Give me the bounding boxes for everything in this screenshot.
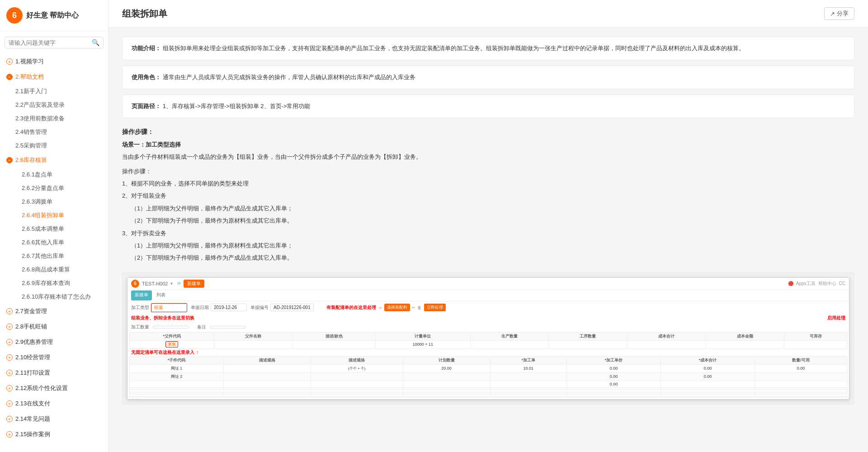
expand-icon: + [6,416,13,422]
sidebar-item-other-in[interactable]: 2.6.6其他入库单 [0,236,108,249]
sidebar-item-custom[interactable]: + 2.12系统个性化设置 [0,381,108,396]
logo-area: 6 好生意 帮助中心 [0,0,108,31]
share-icon: ↗ [830,10,835,17]
page-title: 组装拆卸单 [122,8,167,20]
step2: 2、对于组装业务 [122,190,854,201]
sidebar-item-print[interactable]: + 2.11打印设置 [0,365,108,381]
expand-icon: + [6,354,13,361]
search-icon[interactable]: 🔍 [92,39,99,46]
mock-test-id: TEST-H002 [142,281,168,286]
mock-field-no: 单据编号 AD-20191226-001 [250,304,314,311]
mock-remark-input[interactable] [210,326,246,328]
sidebar-item-video[interactable]: + 1.视频学习 [0,54,108,69]
sidebar-item-cost-adj[interactable]: 2.6.5成本调整单 [0,222,108,236]
mock-edit-icon: ✏ [412,305,415,310]
mock-help-icon: 帮助中心 [818,281,836,287]
sidebar-item-inventory-ledger[interactable]: 2.6.9库存账本查询 [0,276,108,290]
mock-tab-new[interactable]: 新建单 [131,290,152,300]
mock-no-input[interactable]: AD-20191226-001 [270,304,314,311]
step1: 1、根据不同的业务，选择不同单据的类型来处理 [122,178,854,189]
sidebar-item-purchase[interactable]: 2.5采购管理 [0,139,108,152]
mock-select-btn[interactable]: 选择装配料 [384,304,410,311]
main-content: 功能介绍： 组装拆卸单用来处理企业组装或拆卸等加工业务，支持有固定装配清单的产品… [108,28,868,452]
collapse-icon: − [6,74,13,80]
mock-sub-td-c4: 20.00 [403,364,490,372]
sidebar-item-faq[interactable]: + 2.14常见问题 [0,411,108,427]
mock-td-code: 来来 [130,340,214,348]
annotation4-area: 无固定清单可在这格在这里录入 ↑ [127,349,849,356]
step3-1: （1）上部明细为父件明细，最终作为原材料生成其它出库单； [122,240,854,251]
sidebar-item-install[interactable]: 2.2产品安装及登录 [0,98,108,112]
mock-td-qty [470,340,549,348]
sidebar-item-inventory-error[interactable]: 2.6.10库存账本错了怎么办 [0,290,108,304]
sidebar-item-finance[interactable]: + 2.7资金管理 [0,304,108,319]
mock-td-desc [292,340,375,348]
mock-tab-list[interactable]: 列表 [152,290,170,301]
mock-date-input[interactable]: 2019-12-26 [211,304,247,311]
sidebar-item-label: 2.9优惠券管理 [15,338,53,346]
sidebar-item-operations[interactable]: + 2.10经营管理 [0,350,108,365]
mock-td-stock [784,340,847,348]
sidebar-item-docs[interactable]: − 2.帮助文档 [0,69,108,85]
mock-tabs: 新建单 列表 [127,290,849,301]
sidebar-item-label: 2.13在线支付 [15,400,50,408]
sidebar-item-other-out[interactable]: 2.6.7其他出库单 [0,249,108,263]
mock-th-cost: 成本合计 [627,332,706,340]
search-box[interactable]: 🔍 [5,37,104,48]
mock-sub-th-5: *加工单 [490,356,566,364]
mock-field-type: 加工类型 组装 [131,303,187,312]
mock-form-row: 加工类型 组装 单据日期 2019-12-26 单据编号 AD-20191226… [127,301,849,314]
mock-new-order-btn[interactable]: 新建单 [184,280,204,288]
sidebar-item-payment[interactable]: + 2.13在线支付 [0,396,108,411]
scene1-title: 场景一：加工类型选择 [122,141,854,149]
path-block: 页面路径： 1、库存核算->库存管理->组装拆卸单 2、首页->常用功能 [122,95,854,118]
mock-footer-total-label: 合计 [131,398,139,400]
mock-sub-th-6: *加工单价 [567,356,661,364]
annotation2-text: 组装业务、拆卸业务在这里切换 [131,315,194,321]
mock-type-input[interactable]: 组装 [151,303,187,312]
path-text: 1、库存核算->库存管理->组装拆卸单 2、首页->常用功能 [163,103,311,109]
mock-td-amount [706,340,784,348]
search-input[interactable] [9,39,92,46]
step2-1: （1）上部明细为父件明细，最终作为产成品生成其它入库单； [122,203,854,214]
sidebar-item-mobile[interactable]: + 2.8手机旺铺 [0,319,108,334]
mock-footer-stock: 0.00 [837,399,845,400]
sidebar-item-stocktake[interactable]: 2.6.1盘点单 [0,168,108,181]
sidebar-item-cost-recalc[interactable]: 2.6.8商品成本重算 [0,263,108,276]
sidebar-item-sales[interactable]: 2.4销售管理 [0,125,108,139]
mock-sub-form-row: 加工数量 备注 [127,322,849,332]
mock-sub-td2-c2 [224,372,311,381]
mock-sub-td-c8: 0.00 [755,364,847,372]
mock-sub-td-c5: 10.01 [490,364,566,372]
mock-dropdown-icon: ▾ [170,281,173,286]
share-button[interactable]: ↗ 分享 [824,7,854,20]
sidebar-item-newbie[interactable]: 2.1新手入门 [0,85,108,98]
mock-sub-th-1: *子件代码 [130,356,224,364]
mock-th-stock: 可库存 [784,332,847,340]
mock-confirm-btn[interactable]: 立即处理 [424,304,446,311]
mock-th-wqty: 工序数量 [549,332,627,340]
mock-remark-label: 备注 [197,324,206,330]
sidebar-item-coupon[interactable]: + 2.9优惠券管理 [0,334,108,350]
sidebar-item-transfer[interactable]: 2.6.3调拨单 [0,195,108,209]
mock-icon-bar: 🔴 Apps工具 帮助中心 CC [788,281,845,287]
annotation1-area: 有装配清单的在这里处理 → 选择装配料 ✏ 🗑 立即处理 [326,304,446,311]
sidebar-item-cases[interactable]: + 2.15操作案例 [0,427,108,442]
sidebar-item-inventory[interactable]: − 2.6库存核算 [0,152,108,168]
mock-sub-th-3: 描述规格 [311,356,403,364]
share-label: 分享 [837,10,849,18]
mock-sub-td-c7: 0.00 [661,364,755,372]
nav-section: + 1.视频学习 − 2.帮助文档 2.1新手入门 2.2产品安装及登录 2.3… [0,54,108,446]
mock-td-unit: 10000 + 11 [376,340,470,348]
sidebar-item-assembly[interactable]: 2.6.4组装拆卸单 [0,209,108,222]
sidebar-item-dataprep[interactable]: 2.3使用前数据准备 [0,112,108,125]
mock-input-cell[interactable]: 来来 [165,341,178,347]
mock-th-name: 父件名称 [214,332,293,340]
expand-icon: + [6,370,13,376]
mock-parent-table: *父件代码 父件名称 描述/款色 计量单位 生产数量 工序数量 成本合计 成本金… [129,332,847,349]
table-row: 网址 2 0.00 0.00 [130,372,847,381]
screenshot-container: 6 TEST-H002 ▾ ⟳ 新建单 🔴 Apps工具 帮助中心 CC [122,272,854,404]
mock-no-label: 单据编号 [250,305,269,311]
mock-qty-input[interactable] [153,326,189,328]
sidebar-item-partial-stocktake[interactable]: 2.6.2分量盘点单 [0,181,108,195]
